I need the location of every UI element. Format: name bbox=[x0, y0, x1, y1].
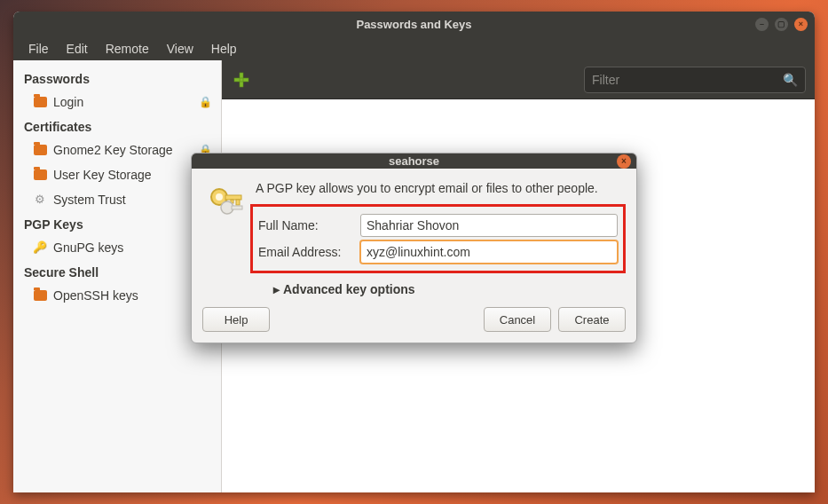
help-button[interactable]: Help bbox=[202, 307, 270, 332]
sidebar-item-gnupg-keys[interactable]: 🔑 GnuPG keys bbox=[13, 235, 221, 260]
pgp-key-dialog: seahorse × A PGP key allows you to encry… bbox=[191, 153, 637, 343]
menubar: File Edit Remote View Help bbox=[13, 36, 815, 60]
menu-edit[interactable]: Edit bbox=[59, 39, 96, 59]
folder-icon bbox=[33, 143, 47, 157]
sidebar-item-system-trust[interactable]: ⚙ System Trust bbox=[13, 187, 221, 212]
svg-point-5 bbox=[216, 193, 223, 201]
dialog-description: A PGP key allows you to encrypt email or… bbox=[256, 181, 619, 195]
create-button[interactable]: Create bbox=[558, 307, 626, 332]
highlight-annotation: Full Name: Email Address: bbox=[250, 204, 626, 273]
sidebar-item-gnome2-key-storage[interactable]: Gnome2 Key Storage 🔒 bbox=[13, 138, 221, 162]
sidebar-item-label: OpenSSH keys bbox=[53, 287, 138, 303]
menu-file[interactable]: File bbox=[20, 39, 57, 59]
folder-icon bbox=[33, 288, 47, 303]
dialog-body: A PGP key allows you to encrypt email or… bbox=[192, 169, 636, 302]
gear-icon: ⚙ bbox=[33, 193, 47, 207]
folder-icon bbox=[33, 95, 47, 109]
folder-icon bbox=[33, 168, 47, 182]
menu-remote[interactable]: Remote bbox=[98, 39, 157, 59]
sidebar-item-login[interactable]: Login 🔒 bbox=[13, 90, 221, 114]
maximize-button[interactable]: ▢ bbox=[775, 18, 788, 31]
sidebar-item-label: Login bbox=[53, 94, 83, 110]
sidebar-item-user-key-storage[interactable]: User Key Storage bbox=[13, 162, 221, 187]
filter-input[interactable] bbox=[592, 73, 783, 87]
search-icon: 🔍 bbox=[783, 73, 798, 87]
dialog-fields: A PGP key allows you to encrypt email or… bbox=[256, 181, 619, 296]
email-label: Email Address: bbox=[258, 245, 360, 259]
svg-rect-7 bbox=[236, 200, 240, 205]
add-button[interactable] bbox=[231, 69, 252, 91]
full-name-input[interactable] bbox=[360, 214, 618, 237]
window-controls: – ▢ × bbox=[755, 18, 808, 31]
full-name-label: Full Name: bbox=[258, 218, 360, 232]
sidebar-item-label: GnuPG keys bbox=[53, 240, 123, 256]
sidebar-item-label: System Trust bbox=[53, 192, 126, 208]
svg-rect-6 bbox=[225, 195, 241, 200]
sidebar-heading-secure-shell: Secure Shell bbox=[13, 260, 221, 283]
pgp-key-icon bbox=[206, 181, 245, 220]
sidebar-item-label: User Key Storage bbox=[53, 167, 152, 183]
advanced-label: Advanced key options bbox=[283, 282, 415, 296]
lock-icon: 🔒 bbox=[199, 94, 212, 110]
sidebar-heading-certificates: Certificates bbox=[13, 114, 221, 138]
sidebar-heading-pgp-keys: PGP Keys bbox=[13, 212, 221, 235]
dialog-close-button[interactable]: × bbox=[617, 154, 631, 169]
plus-icon bbox=[233, 71, 250, 89]
row-email: Email Address: bbox=[258, 240, 618, 264]
toolbar: 🔍 bbox=[222, 60, 815, 99]
email-input[interactable] bbox=[360, 240, 618, 264]
sidebar-item-label: Gnome2 Key Storage bbox=[53, 142, 173, 158]
menu-view[interactable]: View bbox=[159, 39, 201, 59]
filter-box[interactable]: 🔍 bbox=[584, 67, 806, 93]
svg-rect-10 bbox=[232, 206, 242, 209]
advanced-key-options[interactable]: ▸ Advanced key options bbox=[256, 282, 619, 296]
titlebar[interactable]: Passwords and Keys – ▢ × bbox=[13, 12, 815, 36]
menu-help[interactable]: Help bbox=[203, 39, 245, 59]
disclosure-triangle-icon: ▸ bbox=[273, 282, 280, 296]
dialog-titlebar[interactable]: seahorse × bbox=[192, 154, 636, 169]
close-button[interactable]: × bbox=[794, 18, 808, 31]
key-icon: 🔑 bbox=[33, 240, 47, 255]
sidebar-heading-passwords: Passwords bbox=[13, 67, 221, 90]
row-full-name: Full Name: bbox=[258, 214, 618, 237]
dialog-buttons: Help Cancel Create bbox=[192, 302, 636, 343]
svg-rect-1 bbox=[234, 78, 248, 82]
window-title: Passwords and Keys bbox=[356, 18, 471, 31]
dialog-title: seahorse bbox=[389, 154, 439, 168]
cancel-button[interactable]: Cancel bbox=[484, 307, 551, 332]
sidebar-item-openssh-keys[interactable]: OpenSSH keys bbox=[13, 283, 221, 308]
minimize-button[interactable]: – bbox=[755, 18, 769, 31]
